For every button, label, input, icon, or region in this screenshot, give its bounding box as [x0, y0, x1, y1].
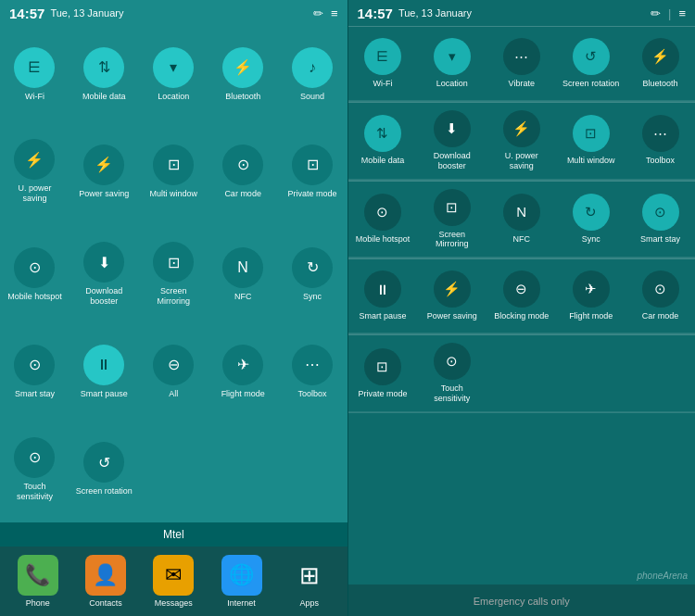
right-pencil-icon[interactable]: ✏ [651, 6, 661, 20]
dock-internet[interactable]: 🌐 Internet [221, 555, 262, 608]
right-status-icons: ✏ | ≡ [651, 6, 686, 20]
right-item-flight-mode[interactable]: ✈Flight mode [556, 259, 626, 333]
menu-icon[interactable]: ≡ [331, 6, 338, 20]
left-item-smart-pause[interactable]: ⏸Smart pause [70, 325, 139, 418]
right-empty-4-2 [486, 335, 556, 412]
left-item-all[interactable]: ⊖All [139, 325, 208, 418]
left-label-mobile-hotspot: Mobile hotspot [7, 292, 62, 302]
left-item-private-mode[interactable]: ⊡Private mode [278, 120, 348, 223]
right-label-power-saving: Power saving [427, 311, 477, 321]
left-icon-mobile-hotspot: ⊙ [14, 247, 55, 288]
left-icon-toolbox: ⋯ [292, 345, 333, 385]
right-label-blocking-mode: Blocking mode [494, 311, 549, 321]
right-menu-icon[interactable]: ≡ [678, 6, 686, 20]
left-item-mobile-data[interactable]: ⇅Mobile data [70, 28, 139, 120]
left-item-wifi[interactable]: ⋿Wi-Fi [0, 28, 70, 120]
right-icon-toolbox: ⋯ [642, 115, 679, 152]
left-icon-sound: ♪ [292, 47, 333, 88]
right-icon-car-mode: ⊙ [642, 270, 679, 308]
right-item-download-booster[interactable]: ⬇Download booster [417, 103, 486, 180]
right-icon-private-mode: ⊡ [364, 348, 401, 385]
left-label-bluetooth: Bluetooth [225, 92, 260, 102]
right-item-wifi[interactable]: ⋿Wi-Fi [348, 27, 418, 101]
right-item-sync[interactable]: ↻Sync [556, 182, 626, 258]
right-row-0: ⋿Wi-Fi▾Location⋯Vibrate↺Screen rotation⚡… [348, 26, 696, 102]
right-item-toolbox[interactable]: ⋯Toolbox [626, 103, 695, 180]
right-item-mobile-data[interactable]: ⇅Mobile data [348, 103, 418, 180]
right-item-smart-pause[interactable]: ⏸Smart pause [348, 259, 418, 333]
left-item-sync[interactable]: ↻Sync [278, 223, 348, 326]
right-icon-nfc: N [503, 194, 540, 231]
dock-phone[interactable]: 📞 Phone [18, 555, 58, 608]
left-item-power-saving[interactable]: ⚡Power saving [70, 120, 139, 223]
right-icon-u-power: ⚡ [503, 110, 540, 147]
right-row-2: ⊙Mobile hotspot⊡Screen MirroringNNFC↻Syn… [348, 181, 696, 259]
left-item-location[interactable]: ▾Location [139, 28, 208, 120]
right-label-mobile-hotspot: Mobile hotspot [356, 234, 411, 245]
left-label-wifi: Wi-Fi [25, 92, 44, 102]
left-item-toolbox[interactable]: ⋯Toolbox [278, 325, 348, 418]
right-label-mobile-data: Mobile data [361, 156, 405, 166]
right-label-toolbox: Toolbox [646, 156, 675, 166]
left-item-multi-window[interactable]: ⊡Multi window [139, 120, 208, 223]
left-item-bluetooth[interactable]: ⚡Bluetooth [208, 28, 278, 120]
right-item-smart-stay[interactable]: ⊙Smart stay [626, 182, 695, 258]
left-label-sound: Sound [300, 92, 324, 102]
left-item-nfc[interactable]: NNFC [208, 223, 278, 326]
left-icon-all: ⊖ [153, 345, 194, 385]
right-item-bluetooth[interactable]: ⚡Bluetooth [626, 27, 695, 101]
right-item-location[interactable]: ▾Location [417, 27, 486, 101]
left-item-download-booster[interactable]: ⬇Download booster [70, 223, 139, 326]
right-icon-multi-window: ⊡ [573, 115, 610, 152]
right-item-screen-rotation[interactable]: ↺Screen rotation [556, 27, 626, 101]
left-label-nfc: NFC [234, 292, 252, 302]
apps-icon: ⊞ [289, 555, 330, 596]
left-label-touch-sensitivity: Touch sensitivity [6, 482, 63, 502]
left-panel: 14:57 Tue, 13 January ✏ ≡ ⋿Wi-Fi⇅Mobile … [0, 0, 348, 616]
dock-contacts[interactable]: 👤 Contacts [85, 555, 126, 608]
right-item-car-mode[interactable]: ⊙Car mode [626, 259, 695, 333]
right-item-vibrate[interactable]: ⋯Vibrate [486, 27, 556, 101]
left-item-mobile-hotspot[interactable]: ⊙Mobile hotspot [0, 223, 70, 326]
right-item-nfc[interactable]: NNFC [486, 182, 556, 258]
right-row-3: ⏸Smart pause⚡Power saving⊖Blocking mode✈… [348, 258, 696, 334]
left-item-sound[interactable]: ♪Sound [278, 28, 348, 120]
dock-contacts-label: Contacts [89, 598, 122, 608]
left-icon-location: ▾ [153, 47, 194, 88]
right-item-private-mode[interactable]: ⊡Private mode [348, 335, 418, 412]
right-label-u-power: U. power saving [493, 151, 550, 171]
left-item-smart-stay[interactable]: ⊙Smart stay [0, 325, 70, 418]
right-item-screen-mirroring[interactable]: ⊡Screen Mirroring [417, 182, 486, 258]
right-icon-flight-mode: ✈ [573, 270, 610, 308]
left-item-screen-rotation[interactable]: ↺Screen rotation [70, 418, 139, 521]
left-item-touch-sensitivity[interactable]: ⊙Touch sensitivity [0, 418, 70, 521]
right-item-multi-window[interactable]: ⊡Multi window [556, 103, 626, 180]
right-label-vibrate: Vibrate [509, 79, 535, 89]
left-item-car-mode[interactable]: ⊙Car mode [208, 120, 278, 223]
right-item-mobile-hotspot[interactable]: ⊙Mobile hotspot [348, 182, 418, 258]
right-icon-screen-mirroring: ⊡ [434, 189, 471, 226]
right-row-1: ⇅Mobile data⬇Download booster⚡U. power s… [348, 102, 696, 181]
dock-messages[interactable]: ✉ Messages [153, 555, 194, 608]
left-icon-u-power: ⚡ [14, 139, 55, 180]
pencil-icon[interactable]: ✏ [313, 6, 323, 20]
left-icon-multi-window: ⊡ [153, 145, 194, 185]
right-item-u-power[interactable]: ⚡U. power saving [486, 103, 556, 180]
right-label-private-mode: Private mode [358, 389, 407, 399]
left-icon-car-mode: ⊙ [222, 145, 263, 185]
left-item-flight-mode[interactable]: ✈Flight mode [208, 325, 278, 418]
right-item-power-saving[interactable]: ⚡Power saving [417, 259, 486, 333]
right-item-blocking-mode[interactable]: ⊖Blocking mode [486, 259, 556, 333]
phone-icon: 📞 [18, 555, 58, 596]
left-dock: 📞 Phone 👤 Contacts ✉ Messages 🌐 Internet… [0, 547, 348, 616]
left-icon-power-saving: ⚡ [83, 145, 124, 185]
left-item-screen-mirroring[interactable]: ⊡Screen Mirroring [139, 223, 208, 326]
right-status-bar: 14:57 Tue, 13 January ✏ | ≡ [348, 0, 696, 26]
right-label-multi-window: Multi window [567, 156, 615, 166]
left-label-all: All [169, 389, 178, 399]
right-item-touch-sensitivity[interactable]: ⊙Touch sensitivity [417, 335, 486, 412]
left-item-u-power[interactable]: ⚡U. power saving [0, 120, 70, 223]
right-icon-blocking-mode: ⊖ [503, 270, 540, 308]
right-icon-download-booster: ⬇ [434, 110, 471, 147]
dock-apps[interactable]: ⊞ Apps [289, 555, 330, 608]
